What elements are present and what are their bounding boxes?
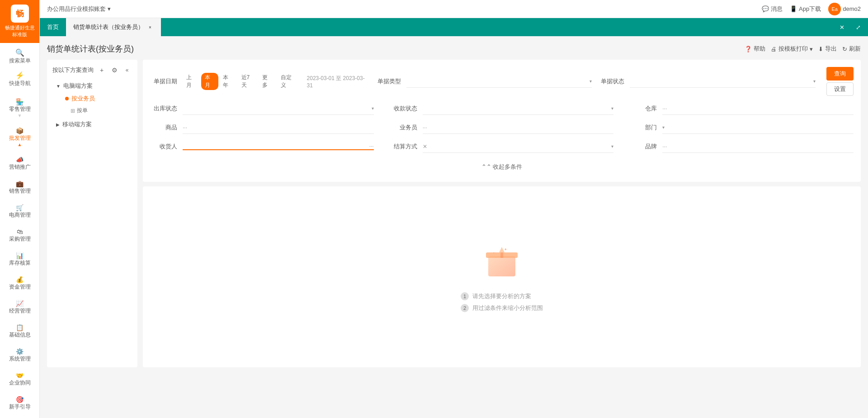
warehouse-select[interactable]: ··· <box>662 102 854 115</box>
hint-num-1: 1 <box>461 292 469 300</box>
scheme-pc-header[interactable]: ▼ 电脑端方案 <box>52 80 132 92</box>
doc-type-select[interactable]: ▾ <box>406 75 592 88</box>
date-tab-thismonth[interactable]: 本月 <box>201 73 219 90</box>
sidebar-item-retail[interactable]: 🏪 零售管理 ▼ <box>0 94 39 123</box>
industry-selector[interactable]: 办公用品行业模拟账套 ▾ <box>47 5 111 13</box>
sidebar-item-inventory[interactable]: 📊 库存核算 <box>0 247 39 271</box>
scheme-by-order[interactable]: ⊞ 按单 <box>52 105 132 116</box>
svg-text:✦: ✦ <box>493 252 495 254</box>
user-avatar: Ea <box>828 3 841 15</box>
settlement-clear[interactable]: ✕ <box>423 143 427 150</box>
app-logo: 畅 畅捷通好生意 标准版 <box>0 0 39 43</box>
collapse-label: 收起多条件 <box>493 163 522 170</box>
warehouse-dots[interactable]: ··· <box>662 105 667 112</box>
by-order-label: 按单 <box>77 107 88 114</box>
home-tab-label: 首页 <box>47 23 59 31</box>
page-body: 销货单统计表(按业务员) ❓ 帮助 🖨 按模板打印 ▾ ⬇ 导出 ↻ 刷新 <box>40 36 868 418</box>
tab-close-window[interactable]: ✕ <box>835 21 848 33</box>
filter-row-3: 商品 ··· 业务员 ··· 部门 ▾ <box>150 121 854 134</box>
sidebar-quicknav[interactable]: ⚡ 快捷导航 <box>0 68 39 90</box>
receiver-label: 收货人 <box>150 142 177 151</box>
sidebar-search[interactable]: 🔍 搜索菜单 <box>0 43 39 68</box>
print-btn[interactable]: 🖨 按模板打印 ▾ <box>771 45 813 53</box>
payment-status-arrow: ▾ <box>611 106 613 111</box>
doc-status-select[interactable]: ▾ <box>630 75 816 88</box>
sidebar-item-purchase[interactable]: 🛍 采购管理 <box>0 223 39 247</box>
settlement-select[interactable]: ✕ ▾ <box>423 140 614 153</box>
date-tab-more[interactable]: 更多 <box>259 73 276 90</box>
scheme-mobile-header[interactable]: ▶ 移动端方案 <box>52 118 132 131</box>
sidebar-search-label: 搜索菜单 <box>0 57 39 65</box>
active-scheme-dot <box>65 97 69 100</box>
right-section: 单据日期 上月 本月 本年 近7天 更多 自定义 2023-03-01 至 20… <box>143 60 861 367</box>
salesman-dots[interactable]: ··· <box>423 124 427 131</box>
sidebar-item-finance[interactable]: 💰 资金管理 <box>0 271 39 295</box>
sidebar-sales-label: 销售管理 <box>0 187 39 195</box>
hint-num-2: 2 <box>461 304 469 312</box>
sidebar-basicinfo-label: 基础信息 <box>0 331 39 339</box>
print-dropdown-icon: ▾ <box>810 46 813 52</box>
message-btn[interactable]: 💬 消息 <box>762 5 783 13</box>
settings-button[interactable]: 设置 <box>826 82 854 96</box>
filter-row-1: 单据日期 上月 本月 本年 近7天 更多 自定义 2023-03-01 至 20… <box>150 67 854 96</box>
hint-text-2: 用过滤条件来缩小分析范围 <box>472 304 543 312</box>
sidebar-ecommerce-label: 电商管理 <box>0 211 39 219</box>
date-tab-lastmonth[interactable]: 上月 <box>183 73 200 90</box>
query-button[interactable]: 查询 <box>826 67 854 81</box>
collapse-more-btn[interactable]: ⌃⌃ 收起多条件 <box>150 159 854 175</box>
doc-type-label: 单据类型 <box>374 77 401 86</box>
sidebar-system-label: 系统管理 <box>0 355 39 363</box>
print-icon: 🖨 <box>771 46 777 52</box>
date-tab-thisyear[interactable]: 本年 <box>219 73 237 90</box>
department-select[interactable]: ▾ <box>662 121 854 134</box>
salesman-select[interactable]: ··· <box>423 121 614 134</box>
print-label: 按模板打印 <box>778 45 808 53</box>
brand-select[interactable]: ··· <box>662 140 854 153</box>
warehouse-label: 仓库 <box>630 104 657 113</box>
sidebar-item-system[interactable]: ⚙️ 系统管理 <box>0 343 39 367</box>
page-actions: ❓ 帮助 🖨 按模板打印 ▾ ⬇ 导出 ↻ 刷新 <box>745 45 861 53</box>
sidebar-item-appcenter[interactable]: 📱 应用中心 <box>0 415 39 418</box>
settings-scheme-btn[interactable]: ⚙ <box>109 65 119 75</box>
empty-hint-1: 1 请先选择要分析的方案 <box>461 292 543 300</box>
sidebar-item-newbie[interactable]: 🎯 新手引导 <box>0 391 39 415</box>
refresh-btn[interactable]: ↻ 刷新 <box>842 45 861 53</box>
goods-dots[interactable]: ··· <box>183 124 187 131</box>
sidebar-newbie-label: 新手引导 <box>0 403 39 411</box>
logo-text: 畅捷通好生意 <box>4 24 36 31</box>
export-btn[interactable]: ⬇ 导出 <box>818 45 837 53</box>
tab-maximize[interactable]: ⤢ <box>852 21 864 33</box>
tab-close-icon[interactable]: × <box>146 24 154 31</box>
payment-status-select[interactable]: ▾ <box>423 102 614 115</box>
page-header: 销货单统计表(按业务员) ❓ 帮助 🖨 按模板打印 ▾ ⬇ 导出 ↻ 刷新 <box>47 43 861 54</box>
brand-dots[interactable]: ··· <box>662 143 667 150</box>
sidebar: 畅 畅捷通好生意 标准版 🔍 搜索菜单 ⚡ 快捷导航 🏪 零售管理 ▼ 📦 批发… <box>0 0 40 418</box>
sidebar-item-sales[interactable]: 💼 销售管理 <box>0 176 39 200</box>
sidebar-item-marketing[interactable]: 📣 营销推广 <box>0 152 39 176</box>
tab-sales-stats[interactable]: 销货单统计表（按业务员） × <box>66 18 161 36</box>
app-download-btn[interactable]: 📱 App下载 <box>790 5 821 13</box>
tab-home[interactable]: 首页 <box>40 18 66 36</box>
main-area: 办公用品行业模拟账套 ▾ 💬 消息 📱 App下载 Ea demo2 首页 <box>40 0 868 418</box>
goods-select[interactable]: ··· <box>183 121 374 134</box>
scheme-by-salesman[interactable]: 按业务员 <box>52 92 132 105</box>
storage-status-select[interactable]: ▾ <box>183 102 374 115</box>
add-scheme-btn[interactable]: + <box>97 65 107 75</box>
date-tab-custom[interactable]: 自定义 <box>277 73 300 90</box>
user-profile[interactable]: Ea demo2 <box>828 3 861 15</box>
help-btn[interactable]: ❓ 帮助 <box>745 45 765 53</box>
receiver-dots[interactable]: ··· <box>369 143 374 149</box>
date-tab-7days[interactable]: 近7天 <box>238 73 258 90</box>
tab-bar: 首页 销货单统计表（按业务员） × ✕ ⤢ <box>40 18 868 36</box>
collapse-panel-btn[interactable]: « <box>122 65 132 75</box>
sidebar-finance-label: 资金管理 <box>0 283 39 291</box>
app-download-label: App下载 <box>799 5 821 13</box>
doc-status-arrow: ▾ <box>813 79 816 84</box>
sidebar-item-collab[interactable]: 🤝 企业协同 <box>0 367 39 391</box>
sidebar-item-operations[interactable]: 📈 经营管理 <box>0 295 39 319</box>
sidebar-item-wholesale[interactable]: 📦 批发管理 ▲ <box>0 123 39 152</box>
sidebar-item-basicinfo[interactable]: 📋 基础信息 <box>0 319 39 343</box>
filter-row-4: 收货人 ··· 结算方式 ✕ ▾ 品牌 ··· <box>150 140 854 153</box>
sidebar-item-ecommerce[interactable]: 🛒 电商管理 <box>0 200 39 223</box>
logo-subtext: 标准版 <box>4 31 36 38</box>
